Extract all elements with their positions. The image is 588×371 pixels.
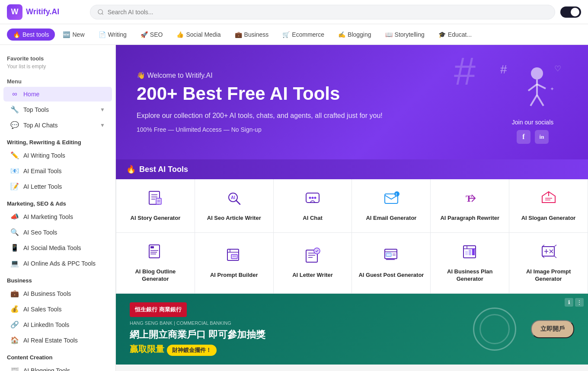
ad-sub-text: 贏取限量 財神鍍金擺件！ <box>130 343 265 356</box>
sidebar-item-home[interactable]: ∞ Home <box>3 87 112 101</box>
ad-main-text: 網上開立商業戶口 即可參加抽獎 <box>130 328 265 341</box>
sales-icon: 💰 <box>10 305 19 313</box>
ad-banner: ℹ ⋮ 恒生銀行 商業銀行 HANG SENG BANK | COMMERCIA… <box>116 294 588 365</box>
linkedin-icon[interactable]: in <box>535 130 549 144</box>
tool-card-guest-post[interactable]: AI Guest Post Generator <box>352 233 431 294</box>
ad-close-button[interactable]: ⋮ <box>575 298 584 307</box>
tab-ecommerce[interactable]: 🛒 Ecommerce <box>276 29 330 41</box>
sidebar-item-top-ai-chats[interactable]: 💬 Top AI Chats ▼ <box>3 117 112 133</box>
svg-line-62 <box>554 245 556 247</box>
prompt-builder-label: AI Prompt Builder <box>210 272 258 279</box>
tool-card-seo-writer[interactable]: AI AI Seo Article Writer <box>195 179 274 233</box>
svg-rect-59 <box>472 248 475 255</box>
sidebar-item-ai-linkedin[interactable]: 🔗 AI LinkedIn Tools <box>3 317 112 332</box>
tab-writing[interactable]: 📄 Writing <box>93 29 133 41</box>
body-row: Favorite tools Your list is empty Menu ∞… <box>0 45 588 371</box>
blog-outline-label: AI Blog Outline Generator <box>121 268 189 283</box>
guest-post-label: AI Guest Post Generator <box>358 272 424 279</box>
sidebar: Favorite tools Your list is empty Menu ∞… <box>0 45 116 371</box>
facebook-icon[interactable]: f <box>517 130 530 144</box>
sidebar-item-ai-business[interactable]: 💼 AI Business Tools <box>3 286 112 301</box>
svg-point-0 <box>98 10 102 14</box>
svg-line-18 <box>236 200 240 204</box>
tab-business[interactable]: 💼 Business <box>229 29 275 41</box>
search-bar[interactable] <box>90 5 555 19</box>
tool-card-prompt-builder[interactable]: AI Prompt Builder <box>195 233 274 294</box>
svg-line-6 <box>530 95 537 106</box>
svg-rect-57 <box>465 251 468 255</box>
top-tools-icon: 🔧 <box>10 105 19 114</box>
writing-tools-icon: ✏️ <box>10 151 19 159</box>
home-icon: ∞ <box>10 90 19 98</box>
dark-mode-toggle[interactable] <box>560 6 581 18</box>
hero-illustration: # <box>454 49 476 94</box>
image-prompt-label: AI Image Prompt Generator <box>514 268 582 283</box>
seo-writer-icon: AI <box>225 190 243 210</box>
svg-text:AI: AI <box>231 195 235 200</box>
svg-line-64 <box>554 256 556 258</box>
tab-blogging[interactable]: ✍️ Blogging <box>332 29 377 41</box>
tab-storytelling[interactable]: 📖 Storytelling <box>379 29 431 41</box>
tool-card-para-rewriter[interactable]: T AI Paragraph Rewriter <box>431 179 509 233</box>
search-input[interactable] <box>108 9 548 16</box>
real-estate-icon: 🏠 <box>10 336 19 344</box>
ad-controls: ℹ ⋮ <box>565 298 584 307</box>
logo-area: W Writify.AI <box>7 4 85 20</box>
email-gen-icon: ! <box>383 190 400 210</box>
hero-headline: 200+ Best Free AI Tools <box>137 84 383 104</box>
tool-card-email-gen[interactable]: ! AI Email Generator <box>352 179 431 233</box>
svg-point-21 <box>309 197 311 199</box>
letter-writer-label: AI Letter Writer <box>292 272 333 279</box>
search-icon <box>97 9 104 16</box>
tool-card-chat[interactable]: AI Chat <box>274 179 352 233</box>
marketing-category-label: Marketing, SEO & Ads <box>0 194 115 209</box>
sidebar-item-ai-social-media[interactable]: 📱 AI Social Media Tools <box>3 240 112 255</box>
guest-post-icon <box>383 247 400 267</box>
sidebar-item-ai-letter-tools[interactable]: 📝 AI Letter Tools <box>3 179 112 194</box>
tool-card-biz-plan[interactable]: AI Business Plan Generator <box>431 233 509 294</box>
tool-card-slogan-gen[interactable]: AI Slogan Generator <box>509 179 588 233</box>
logo-text: Writify.AI <box>26 7 59 16</box>
sidebar-item-ai-marketing[interactable]: 📣 AI Marketing Tools <box>3 209 112 224</box>
hero-text: 👋 Welcome to Writify.AI 200+ Best Free A… <box>137 71 383 133</box>
header: W Writify.AI <box>0 0 588 24</box>
tab-seo[interactable]: 🚀 SEO <box>134 29 169 41</box>
hero-banner: 👋 Welcome to Writify.AI 200+ Best Free A… <box>116 45 588 159</box>
chat-icon <box>304 190 321 210</box>
ad-bank-sub: HANG SENG BANK | COMMERCIAL BANKING <box>130 320 265 326</box>
tool-card-blog-outline[interactable]: AI Blog Outline Generator <box>116 233 195 294</box>
social-icons: f in <box>498 130 567 144</box>
sidebar-item-ai-email-tools[interactable]: 📧 AI Email Tools <box>3 163 112 178</box>
ad-info-button[interactable]: ℹ <box>565 298 573 307</box>
tab-best-tools[interactable]: 🔥 Best tools <box>7 29 55 41</box>
sidebar-item-ai-online-ads[interactable]: 💻 AI Online Ads & PPC Tools <box>3 256 112 271</box>
letter-writer-icon <box>304 247 321 267</box>
sidebar-item-ai-blogging[interactable]: 📰 AI Blogging Tools <box>3 363 112 371</box>
sidebar-item-ai-writing-tools[interactable]: ✏️ AI Writing Tools <box>3 148 112 163</box>
hero-description: Explore our collection of 200+ AI tools,… <box>137 111 383 121</box>
ad-text: 恒生銀行 商業銀行 HANG SENG BANK | COMMERCIAL BA… <box>130 302 265 356</box>
business-tools-icon: 💼 <box>10 289 19 298</box>
sidebar-item-ai-seo[interactable]: 🔍 AI Seo Tools <box>3 225 112 240</box>
ad-cta-button[interactable]: 立即開戶 <box>531 320 574 338</box>
svg-point-2 <box>531 67 543 79</box>
tool-card-letter-writer[interactable]: AI Letter Writer <box>274 233 352 294</box>
sidebar-item-ai-real-estate[interactable]: 🏠 AI Real Estate Tools <box>3 333 112 348</box>
tool-card-story-generator[interactable]: AI Story Generator <box>116 179 195 233</box>
best-ai-tools-section: 🔥 Best AI Tools <box>116 159 588 294</box>
email-tools-icon: 📧 <box>10 167 19 175</box>
tool-card-image-prompt[interactable]: AI Image Prompt Generator <box>509 233 588 294</box>
sidebar-item-ai-sales[interactable]: 💰 AI Sales Tools <box>3 301 112 317</box>
tab-new[interactable]: 🆕 New <box>57 29 90 41</box>
welcome-line: 👋 Welcome to Writify.AI <box>137 71 383 79</box>
tab-education[interactable]: 🎓 Educat... <box>432 29 478 41</box>
chat-label: AI Chat <box>303 215 323 222</box>
hero-right: # ♡ ✦ Join our socials f <box>498 60 567 144</box>
sidebar-item-top-tools[interactable]: 🔧 Top Tools ▼ <box>3 102 112 117</box>
biz-plan-icon <box>461 243 479 264</box>
logo-icon: W <box>7 4 22 20</box>
tab-social-media[interactable]: 👍 Social Media <box>170 29 227 41</box>
ad-right: 立即開戶 <box>469 303 574 355</box>
favorite-tools-title: Favorite tools <box>0 50 115 63</box>
svg-line-7 <box>537 95 543 106</box>
